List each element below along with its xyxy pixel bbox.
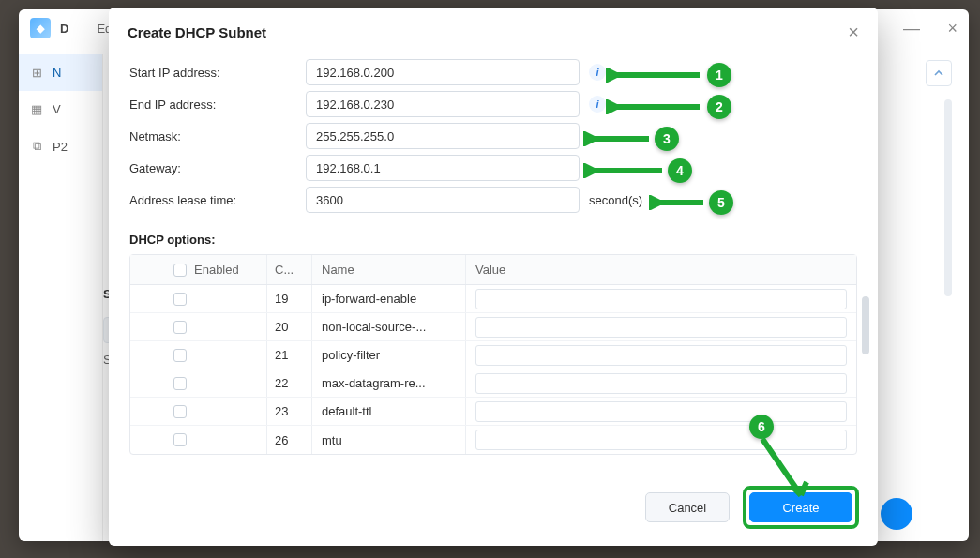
sidebar-item-p2[interactable]: ⧉ P2 xyxy=(19,128,102,165)
app-icon: ◆ xyxy=(30,18,51,38)
input-gateway[interactable] xyxy=(306,155,580,181)
grid-icon: ▦ xyxy=(28,102,45,116)
row-netmask: Netmask: xyxy=(129,120,857,152)
row-lease: Address lease time: second(s) xyxy=(129,184,857,216)
create-button[interactable]: Create xyxy=(749,492,852,522)
grid-body: 19ip-forward-enable20non-local-source-..… xyxy=(130,285,856,454)
cell-name: policy-filter xyxy=(312,341,466,369)
value-input[interactable] xyxy=(475,430,847,450)
cell-code: 22 xyxy=(267,369,312,397)
info-icon[interactable]: i xyxy=(589,96,606,113)
cell-value xyxy=(466,341,856,369)
modal-footer: Cancel Create xyxy=(109,473,878,546)
input-end-ip[interactable] xyxy=(306,91,580,117)
cell-code: 20 xyxy=(267,313,312,340)
label-lease: Address lease time: xyxy=(129,193,306,207)
label-start-ip: Start IP address: xyxy=(129,66,306,80)
col-enabled-label: Enabled xyxy=(194,263,239,277)
table-row: 22max-datagram-re... xyxy=(130,369,856,398)
row-checkbox[interactable] xyxy=(173,405,187,418)
grid-scrollbar[interactable] xyxy=(862,296,869,354)
cell-value xyxy=(466,398,856,425)
header-checkbox[interactable] xyxy=(173,264,187,277)
row-start-ip: Start IP address: i xyxy=(129,56,857,88)
modal-header: Create DHCP Subnet × xyxy=(109,8,878,51)
col-value-label: Value xyxy=(475,263,505,277)
value-input[interactable] xyxy=(475,345,847,366)
value-input[interactable] xyxy=(475,317,847,338)
row-checkbox[interactable] xyxy=(173,321,187,334)
cell-value xyxy=(466,313,856,340)
cell-enabled xyxy=(164,426,267,454)
col-name[interactable]: Name xyxy=(312,255,466,284)
sidebar-item-n[interactable]: ⊞ N xyxy=(19,54,102,91)
close-icon[interactable]: × xyxy=(947,19,957,38)
row-checkbox[interactable] xyxy=(173,293,187,306)
bg-sidebar: ⊞ N ▦ V ⧉ P2 xyxy=(19,54,103,541)
row-end-ip: End IP address: i xyxy=(129,88,857,120)
cell-enabled xyxy=(164,398,267,425)
cell-code: 19 xyxy=(267,285,312,312)
cell-value xyxy=(466,426,856,454)
input-netmask[interactable] xyxy=(306,123,580,149)
cell-code: 21 xyxy=(267,341,312,369)
sidebar-label: N xyxy=(53,66,61,80)
col-name-label: Name xyxy=(322,263,354,277)
col-enabled[interactable]: Enabled xyxy=(164,255,267,284)
lease-unit: second(s) xyxy=(589,193,642,207)
cell-value xyxy=(466,285,856,312)
cell-name: non-local-source-... xyxy=(312,313,466,340)
modal-close-button[interactable]: × xyxy=(848,23,859,41)
label-netmask: Netmask: xyxy=(129,129,306,143)
row-checkbox[interactable] xyxy=(173,349,187,362)
cell-enabled xyxy=(164,313,267,340)
cell-enabled xyxy=(164,369,267,397)
row-gateway: Gateway: xyxy=(129,152,857,184)
value-input[interactable] xyxy=(475,373,847,394)
cell-value xyxy=(466,369,856,397)
minimize-icon[interactable]: — xyxy=(903,19,920,38)
cell-name: default-ttl xyxy=(312,398,466,425)
sidebar-label: V xyxy=(53,102,61,116)
label-end-ip: End IP address: xyxy=(129,98,306,112)
cell-name: max-datagram-re... xyxy=(312,369,466,397)
modal-body: Start IP address: i End IP address: i Ne… xyxy=(109,51,878,473)
cancel-button[interactable]: Cancel xyxy=(645,492,730,522)
cell-code: 23 xyxy=(267,398,312,425)
collapse-button[interactable] xyxy=(926,60,952,86)
col-value[interactable]: Value xyxy=(466,255,856,284)
info-icon[interactable]: i xyxy=(589,64,606,81)
col-code[interactable]: C... xyxy=(267,255,312,284)
table-row: 20non-local-source-... xyxy=(130,313,856,341)
cell-code: 26 xyxy=(267,426,312,454)
cell-name: ip-forward-enable xyxy=(312,285,466,312)
row-checkbox[interactable] xyxy=(173,433,187,446)
table-row: 19ip-forward-enable xyxy=(130,285,856,313)
annotation-box-6: Create xyxy=(743,486,859,529)
layers-icon: ⧉ xyxy=(28,139,45,154)
label-gateway: Gateway: xyxy=(129,161,306,175)
table-row: 23default-ttl xyxy=(130,398,856,426)
value-input[interactable] xyxy=(475,289,847,309)
cell-enabled xyxy=(164,341,267,369)
grid-header: Enabled C... Name Value xyxy=(130,255,856,285)
create-dhcp-subnet-modal: Create DHCP Subnet × Start IP address: i… xyxy=(109,8,878,546)
cell-name: mtu xyxy=(312,426,466,454)
dhcp-options-title: DHCP options: xyxy=(129,233,857,247)
col-code-label: C... xyxy=(275,263,294,277)
cell-enabled xyxy=(164,285,267,312)
table-row: 26mtu xyxy=(130,426,856,454)
dhcp-options-grid: Enabled C... Name Value 19ip-forward-ena… xyxy=(129,254,857,455)
sidebar-label: P2 xyxy=(53,140,68,154)
value-input[interactable] xyxy=(475,401,847,422)
bg-scrollbar[interactable] xyxy=(944,99,952,296)
network-icon: ⊞ xyxy=(28,66,45,80)
row-checkbox[interactable] xyxy=(173,377,187,390)
modal-title: Create DHCP Subnet xyxy=(128,24,266,40)
bg-app-letter: D xyxy=(60,22,68,36)
table-row: 21policy-filter xyxy=(130,341,856,369)
input-lease[interactable] xyxy=(306,187,580,213)
sidebar-item-v[interactable]: ▦ V xyxy=(19,91,102,128)
bg-primary-button[interactable] xyxy=(881,498,912,530)
input-start-ip[interactable] xyxy=(306,59,580,85)
